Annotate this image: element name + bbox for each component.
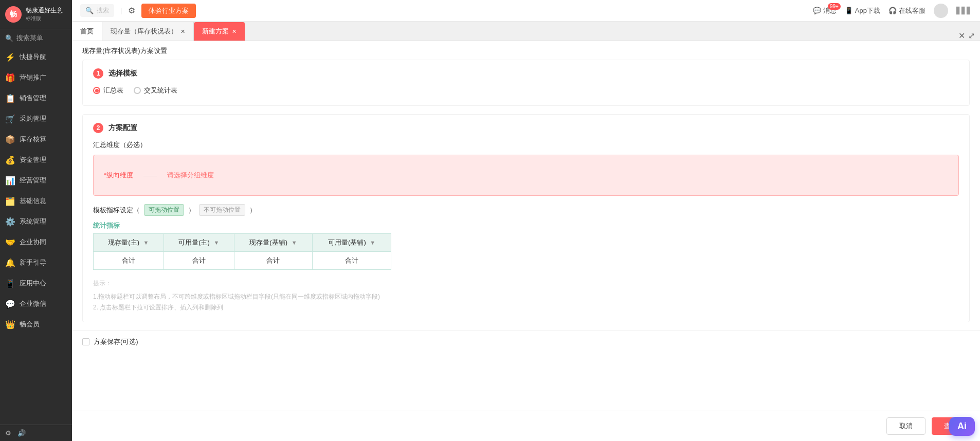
- save-row: 方案保存(可选): [72, 330, 980, 353]
- non-draggable-badge: 不可拖动位置: [199, 204, 245, 216]
- sidebar-item-inventory[interactable]: 📦 库存核算: [0, 129, 72, 150]
- topbar-divider: |: [120, 7, 122, 14]
- template-section-panel: 1 选择模板 汇总表 交叉统计表: [82, 60, 970, 106]
- sidebar-item-system[interactable]: ⚙️ 系统管理: [0, 211, 72, 232]
- sidebar-item-purchase[interactable]: 🛒 采购管理: [0, 108, 72, 129]
- wechat-icon: 💬: [5, 299, 15, 309]
- sidebar-item-apps[interactable]: 📱 应用中心: [0, 273, 72, 293]
- col-header-3[interactable]: 可用量(基辅) ▼: [313, 234, 391, 252]
- topbar-search-icon: 🔍: [85, 7, 94, 14]
- cooperation-icon: 🤝: [5, 237, 15, 247]
- section1-num: 1: [93, 68, 103, 79]
- col-header-0[interactable]: 现存量(主) ▼: [94, 234, 164, 252]
- sidebar-item-marketing[interactable]: 🎁 营销推广: [0, 67, 72, 88]
- footer: 取消 查询: [72, 411, 980, 441]
- sidebar-item-wechat[interactable]: 💬 企业微信: [0, 293, 72, 314]
- template-options: 汇总表 交叉统计表: [93, 86, 959, 95]
- tabbar: 首页 现存量（库存状况表） ✕ 新建方案 ✕ ✕ ⤢: [72, 22, 980, 41]
- table-row: 合计 合计 合计 合计: [94, 252, 391, 270]
- col-header-2[interactable]: 现存量(基辅) ▼: [234, 234, 313, 252]
- cancel-button[interactable]: 取消: [886, 417, 925, 435]
- apps-icon: 📱: [5, 278, 15, 288]
- ai-fab-button[interactable]: Ai: [949, 417, 975, 436]
- section2-header: 2 方案配置: [93, 123, 959, 133]
- stats-table: 现存量(主) ▼ 可用量(主) ▼ 现存量(基辅) ▼: [93, 233, 391, 270]
- app-download-button[interactable]: 📱 App下载: [845, 6, 880, 15]
- settings-bottom-icon[interactable]: ⚙: [5, 429, 11, 437]
- tab-new-plan-close[interactable]: ✕: [232, 28, 237, 35]
- sidebar-item-guide[interactable]: 🔔 新手引导: [0, 252, 72, 273]
- sidebar-item-quick-nav[interactable]: ⚡ 快捷导航: [0, 47, 72, 67]
- guide-icon: 🔔: [5, 258, 15, 268]
- tab-new-plan[interactable]: 新建方案 ✕: [194, 22, 245, 41]
- tab-expand-icon[interactable]: ⤢: [968, 31, 975, 41]
- industry-plan-button[interactable]: 体验行业方案: [141, 4, 196, 18]
- sidebar: 畅 畅康通好生意 标准版 🔍 搜索菜单 ⚡ 快捷导航 🎁 营销推广 📋 销售管理…: [0, 0, 72, 441]
- main-area: 🔍 搜索 | ⚙ 体验行业方案 💬 消息 99+ 📱 App下载 🎧 在线客服 …: [72, 0, 980, 441]
- col3-dropdown-icon[interactable]: ▼: [370, 240, 375, 246]
- finance-icon: 💰: [5, 155, 15, 165]
- tab-inventory-status[interactable]: 现存量（库存状况表） ✕: [102, 22, 194, 41]
- col-header-1[interactable]: 可用量(主) ▼: [164, 234, 234, 252]
- topbar-gear-icon[interactable]: ⚙: [128, 6, 135, 15]
- radio-summary-circle[interactable]: [93, 87, 100, 94]
- sidebar-bottom: ⚙ 🔊: [0, 425, 72, 441]
- sidebar-search[interactable]: 🔍 搜索菜单: [0, 29, 72, 47]
- section1-header: 1 选择模板: [93, 68, 959, 79]
- cell-0-3: 合计: [313, 252, 391, 270]
- sidebar-item-basic[interactable]: 🗂️ 基础信息: [0, 191, 72, 211]
- purchase-icon: 🛒: [5, 114, 15, 124]
- radio-cross-circle[interactable]: [134, 87, 141, 94]
- topbar-right: 💬 消息 99+ 📱 App下载 🎧 在线客服 ▋▋▋: [813, 4, 972, 18]
- tab-close-all-icon[interactable]: ✕: [958, 31, 965, 41]
- cell-0-2: 合计: [234, 252, 313, 270]
- draggable-badge: 可拖动位置: [144, 204, 184, 216]
- topbar: 🔍 搜索 | ⚙ 体验行业方案 💬 消息 99+ 📱 App下载 🎧 在线客服 …: [72, 0, 980, 22]
- dim-label: 汇总维度（必选）: [93, 140, 959, 150]
- user-name: ▋▋▋: [956, 7, 972, 14]
- page-title: 现存量(库存状况表)方案设置: [72, 41, 980, 60]
- save-checkbox[interactable]: [82, 338, 89, 345]
- search-icon: 🔍: [5, 34, 13, 42]
- sidebar-item-cooperation[interactable]: 🤝 企业协同: [0, 232, 72, 252]
- marketing-icon: 🎁: [5, 72, 15, 83]
- col0-dropdown-icon[interactable]: ▼: [143, 240, 149, 246]
- system-icon: ⚙️: [5, 216, 15, 227]
- tab-home[interactable]: 首页: [72, 22, 102, 41]
- cell-0-0: 合计: [94, 252, 164, 270]
- metric-settings-row: 模板指标设定（ 可拖动位置 ） 不可拖动位置 ）: [93, 204, 959, 216]
- tab-inventory-status-close[interactable]: ✕: [180, 28, 185, 35]
- config-body: 汇总维度（必选） *纵向维度 —— 请选择分组维度 模板指标设定（ 可拖动位置 …: [93, 140, 959, 314]
- config-section-panel: 2 方案配置 汇总维度（必选） *纵向维度 —— 请选择分组维度 模板指标设定（…: [82, 114, 970, 322]
- tips-title: 提示：: [93, 278, 959, 289]
- section1-title: 选择模板: [108, 69, 137, 78]
- messages-button[interactable]: 💬 消息 99+: [813, 6, 837, 15]
- headset-icon: 🎧: [888, 7, 897, 14]
- cell-0-1: 合计: [164, 252, 234, 270]
- sidebar-item-finance[interactable]: 💰 资金管理: [0, 150, 72, 170]
- stats-label: 统计指标: [93, 221, 959, 230]
- radio-summary[interactable]: 汇总表: [93, 86, 123, 95]
- dimension-area[interactable]: *纵向维度 —— 请选择分组维度: [93, 155, 959, 196]
- sales-icon: 📋: [5, 93, 15, 103]
- logo-text-block: 畅康通好生意 标准版: [26, 7, 63, 22]
- audio-bottom-icon[interactable]: 🔊: [17, 429, 26, 437]
- topbar-search[interactable]: 🔍 搜索: [80, 4, 114, 17]
- sidebar-item-member[interactable]: 👑 畅会员: [0, 314, 72, 335]
- customer-service-button[interactable]: 🎧 在线客服: [888, 6, 925, 15]
- dim-placeholder-text: *纵向维度 —— 请选择分组维度: [104, 171, 214, 180]
- basic-icon: 🗂️: [5, 196, 15, 206]
- radio-cross[interactable]: 交叉统计表: [134, 86, 177, 95]
- user-avatar[interactable]: [934, 4, 948, 18]
- phone-icon: 📱: [845, 7, 853, 14]
- save-label: 方案保存(可选): [94, 337, 138, 346]
- tips-section: 提示： 1.拖动标题栏可以调整布局，不可跨维度或指标区域拖动栏目字段(只能在同一…: [93, 278, 959, 314]
- sidebar-logo: 畅 畅康通好生意 标准版: [0, 0, 72, 29]
- sidebar-item-operations[interactable]: 📊 经营管理: [0, 170, 72, 191]
- quick-nav-icon: ⚡: [5, 52, 15, 62]
- content-area: 现存量(库存状况表)方案设置 1 选择模板 汇总表 交叉统计表 2: [72, 41, 980, 411]
- sidebar-item-sales[interactable]: 📋 销售管理: [0, 88, 72, 108]
- col2-dropdown-icon[interactable]: ▼: [292, 240, 297, 246]
- col1-dropdown-icon[interactable]: ▼: [213, 240, 219, 246]
- operations-icon: 📊: [5, 175, 15, 186]
